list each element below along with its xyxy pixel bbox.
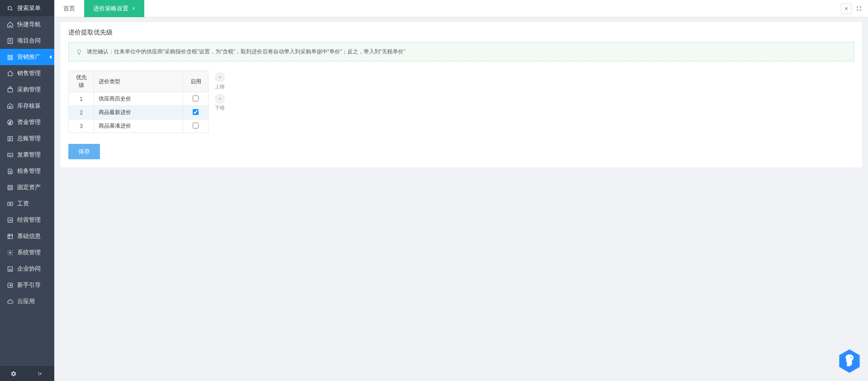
save-button[interactable]: 保存 bbox=[68, 144, 100, 159]
sidebar-item-fund[interactable]: 资金管理 bbox=[0, 114, 54, 130]
table-row[interactable]: 3商品基准进价 bbox=[69, 119, 209, 133]
stock-icon bbox=[6, 102, 14, 110]
svg-rect-9 bbox=[7, 153, 12, 157]
close-all-tabs-button[interactable] bbox=[841, 3, 852, 14]
svg-rect-3 bbox=[10, 55, 12, 57]
sidebar-item-label: 发票管理 bbox=[17, 151, 41, 159]
operate-icon bbox=[6, 216, 14, 224]
quicknav-icon bbox=[6, 21, 14, 28]
sidebar-item-project[interactable]: 项目合同 bbox=[0, 33, 54, 49]
cell-priority: 2 bbox=[69, 106, 94, 119]
sidebar-item-search[interactable]: 搜索菜单 bbox=[0, 0, 54, 16]
sidebar: 搜索菜单快捷导航项目合同营销推广销售管理采购管理库存核算资金管理总账管理发票管理… bbox=[0, 0, 54, 381]
cell-enable bbox=[183, 92, 209, 106]
marketing-icon bbox=[6, 53, 14, 61]
sidebar-item-quicknav[interactable]: 快捷导航 bbox=[0, 16, 54, 33]
sidebar-item-asset[interactable]: 固定资产 bbox=[0, 179, 54, 195]
fullscreen-button[interactable] bbox=[854, 3, 864, 14]
sidebar-item-guide[interactable]: 新手引导 bbox=[0, 277, 54, 293]
sidebar-item-invoice[interactable]: 发票管理 bbox=[0, 147, 54, 163]
ledger-icon bbox=[6, 135, 14, 142]
table-row[interactable]: 1供应商历史价 bbox=[69, 92, 209, 106]
svg-rect-11 bbox=[8, 185, 12, 190]
bird-icon bbox=[839, 349, 860, 373]
purchase-icon bbox=[6, 86, 14, 93]
sidebar-item-label: 工资 bbox=[17, 200, 29, 208]
sidebar-item-operate[interactable]: 经营管理 bbox=[0, 212, 54, 228]
svg-rect-5 bbox=[10, 58, 12, 60]
tab-close-button[interactable]: × bbox=[132, 5, 135, 12]
sidebar-item-label: 搜索菜单 bbox=[17, 4, 41, 12]
collapse-sidebar-button[interactable] bbox=[27, 367, 54, 381]
sidebar-item-baseinfo[interactable]: 基础信息 bbox=[0, 228, 54, 244]
close-icon bbox=[844, 6, 849, 11]
enable-checkbox[interactable] bbox=[193, 109, 199, 115]
tab-policy[interactable]: 进价策略设置× bbox=[84, 0, 144, 17]
tab-label: 进价策略设置 bbox=[93, 5, 128, 13]
tabs-bar: 首页进价策略设置× bbox=[54, 0, 868, 17]
salary-icon bbox=[6, 200, 14, 207]
sidebar-item-label: 项目合同 bbox=[17, 37, 41, 45]
sidebar-item-label: 企业协同 bbox=[17, 265, 41, 273]
sidebar-item-salary[interactable]: 工资 bbox=[0, 195, 54, 212]
gear-icon bbox=[10, 371, 17, 377]
sidebar-item-cloud[interactable]: 云应用 bbox=[0, 293, 54, 310]
sidebar-item-stock[interactable]: 库存核算 bbox=[0, 98, 54, 114]
bulb-icon bbox=[76, 49, 82, 55]
tab-label: 首页 bbox=[63, 5, 75, 13]
search-icon bbox=[6, 5, 14, 12]
sidebar-item-tax[interactable]: 税务管理 bbox=[0, 163, 54, 179]
chevron-up-icon bbox=[218, 75, 222, 80]
project-icon bbox=[6, 37, 14, 44]
table-row[interactable]: 2商品最新进价 bbox=[69, 106, 209, 119]
svg-point-20 bbox=[850, 357, 852, 358]
system-icon bbox=[6, 249, 14, 256]
sidebar-item-system[interactable]: 系统管理 bbox=[0, 244, 54, 261]
sidebar-item-sales[interactable]: 销售管理 bbox=[0, 65, 54, 81]
settings-panel: 进价提取优先级 请您确认：往来单位中的供应商“采购报价含税”设置，为“含税”，取… bbox=[60, 22, 863, 168]
sidebar-item-label: 税务管理 bbox=[17, 167, 41, 175]
main-area: 首页进价策略设置× 进价提取优先级 bbox=[54, 0, 868, 381]
baseinfo-icon bbox=[6, 233, 14, 240]
svg-point-13 bbox=[9, 203, 11, 205]
fullscreen-icon bbox=[856, 6, 862, 11]
sidebar-item-label: 资金管理 bbox=[17, 118, 41, 126]
col-header-enable: 启用 bbox=[183, 71, 209, 92]
svg-rect-2 bbox=[8, 55, 9, 57]
svg-rect-12 bbox=[7, 202, 12, 205]
sidebar-item-purchase[interactable]: 采购管理 bbox=[0, 81, 54, 98]
cell-priority: 3 bbox=[69, 119, 94, 133]
sidebar-item-label: 总账管理 bbox=[17, 134, 41, 143]
move-down-label: 下移 bbox=[215, 105, 225, 111]
sales-icon bbox=[6, 70, 14, 77]
sidebar-item-coop[interactable]: 企业协同 bbox=[0, 261, 54, 277]
sidebar-item-ledger[interactable]: 总账管理 bbox=[0, 130, 54, 147]
cell-type: 供应商历史价 bbox=[94, 92, 183, 106]
settings-button[interactable] bbox=[0, 367, 27, 381]
col-header-type: 进价类型 bbox=[94, 71, 183, 92]
sidebar-bottom-bar bbox=[0, 366, 54, 381]
move-up-button[interactable]: 上移 bbox=[215, 72, 225, 90]
svg-rect-6 bbox=[8, 88, 12, 92]
enable-checkbox[interactable] bbox=[193, 95, 199, 101]
collapse-icon bbox=[38, 371, 44, 377]
sidebar-item-label: 销售管理 bbox=[17, 69, 41, 77]
sidebar-item-label: 快捷导航 bbox=[17, 20, 41, 29]
sidebar-item-marketing[interactable]: 营销推广 bbox=[0, 49, 54, 65]
sidebar-item-label: 系统管理 bbox=[17, 248, 41, 257]
move-down-button[interactable]: 下移 bbox=[215, 94, 225, 111]
sidebar-item-label: 营销推广 bbox=[17, 53, 41, 61]
cell-enable bbox=[183, 106, 209, 119]
chevron-down-icon bbox=[218, 96, 222, 101]
move-up-label: 上移 bbox=[215, 83, 225, 90]
priority-table: 优先级 进价类型 启用 1供应商历史价2商品最新进价3商品基准进价 bbox=[68, 71, 209, 133]
help-float-button[interactable] bbox=[839, 349, 860, 373]
info-alert: 请您确认：往来单位中的供应商“采购报价含税”设置，为“含税”，取到进价后将自动带… bbox=[68, 42, 854, 62]
tax-icon bbox=[6, 167, 14, 175]
guide-icon bbox=[6, 281, 14, 289]
tab-home[interactable]: 首页 bbox=[54, 0, 84, 17]
svg-rect-15 bbox=[8, 234, 12, 238]
sidebar-item-label: 云应用 bbox=[17, 297, 35, 305]
fund-icon bbox=[6, 119, 14, 126]
enable-checkbox[interactable] bbox=[193, 123, 199, 129]
